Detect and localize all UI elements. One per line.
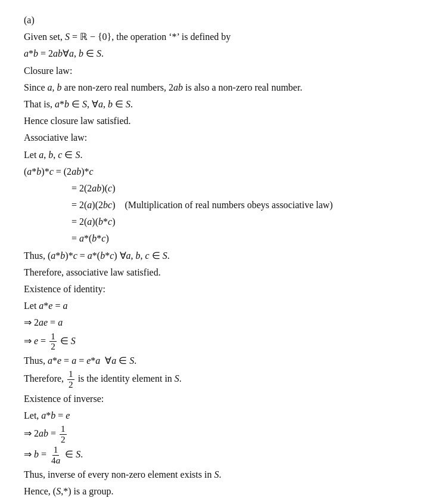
assoc-let-line: Let a, b, c ∈ S. [24,147,424,163]
conclusion: Hence, (S,*) is a group. [24,486,114,496]
identity-thus-line: Thus, a*e = a = e*a ∀a ∈ S. [24,352,424,369]
inverse-heading: Existence of inverse: [24,394,104,404]
assoc-thus: Thus, (a*b)*c = a*(b*c) ∀a, b, c ∈ S. [24,250,170,261]
inverse-let: Let, a*b = e [24,410,70,420]
assoc-result-line: Therefore, associative law satisfied. [24,264,424,280]
title: (a) [24,15,35,25]
identity-eq1: ⇒ 2ae = a [24,317,63,327]
closure-text2: That is, a*b ∈ S, ∀a, b ∈ S. [24,99,133,109]
main-content: (a) Given set, S = ℝ − {0}, the operatio… [24,12,424,498]
closure-line1: Since a, b are non-zero real numbers, 2a… [24,79,424,95]
inverse-fraction-1: 1 2 [60,424,67,444]
inverse-fraction-2: 1 4a [50,445,61,465]
intro-line: Given set, S = ℝ − {0}, the operation ‘*… [24,29,424,45]
fraction-denominator: 2 [49,342,57,352]
fraction-denominator-2: 2 [67,380,74,390]
identity-therefore-prefix: Therefore, [24,373,66,383]
identity-therefore-suffix: is the identity element in S. [78,373,182,383]
assoc-eq5: = a*(b*c) [71,233,109,243]
identity-fraction: 1 2 [49,332,57,352]
assoc-eq4: = 2(a)(b*c) [71,216,115,227]
inv-frac1-num: 1 [60,424,67,435]
identity-eq2-prefix: ⇒ e = [24,335,48,345]
assoc-eq5-line: = a*(b*c) [71,230,424,246]
closure-heading-line: Closure law: [24,63,424,79]
inverse-eq2-suffix: ∈ S. [65,449,83,459]
identity-eq1-line: ⇒ 2ae = a [24,314,424,330]
assoc-thus-line: Thus, (a*b)*c = a*(b*c) ∀a, b, c ∈ S. [24,248,424,264]
assoc-eq3: = 2(a)(2bc) (Multiplication of real numb… [71,200,333,210]
closure-result-line: Hence closure law satisfied. [24,113,424,129]
assoc-eq1: (a*b)*c = (2ab)*c [24,166,94,177]
inverse-eq2-prefix: ⇒ b = [24,449,49,459]
inverse-eq2-line: ⇒ b = 1 4a ∈ S. [24,445,424,465]
assoc-eq4-line: = 2(a)(b*c) [71,214,424,230]
identity-eq2-line: ⇒ e = 1 2 ∈ S [24,332,424,352]
fraction-numerator: 1 [49,332,57,342]
closure-result: Hence closure law satisfied. [24,116,130,126]
inverse-eq1-prefix: ⇒ 2ab = [24,428,58,438]
assoc-let: Let a, b, c ∈ S. [24,150,82,160]
inverse-thus: Thus, inverse of every non-zero element … [24,469,221,480]
assoc-eq1-line: (a*b)*c = (2ab)*c [24,163,424,180]
assoc-eq2: = 2(2ab)(c) [71,183,115,193]
assoc-result: Therefore, associative law satisfied. [24,267,161,277]
inv-frac1-den: 2 [60,435,67,445]
definition-line: a*b = 2ab∀a, b ∈ S. [24,45,424,61]
closure-heading: Closure law: [24,66,72,76]
identity-let: Let a*e = a [24,301,67,311]
identity-therefore-line: Therefore, 1 2 is the identity element i… [24,369,424,389]
identity-let-line: Let a*e = a [24,298,424,314]
inverse-let-line: Let, a*b = e [24,407,424,423]
identity-therefore-fraction: 1 2 [67,369,74,389]
inverse-heading-line: Existence of inverse: [24,391,424,407]
inverse-thus-line: Thus, inverse of every non-zero element … [24,466,424,482]
associative-heading-line: Associative law: [24,129,424,146]
assoc-eq2-line: = 2(2ab)(c) [71,180,424,196]
definition-text: a*b = 2ab∀a, b ∈ S. [24,48,104,58]
inv-frac2-den: 4a [50,456,61,466]
associative-heading: Associative law: [24,132,87,143]
inverse-eq1-line: ⇒ 2ab = 1 2 [24,424,424,444]
identity-thus: Thus, a*e = a = e*a ∀a ∈ S. [24,355,136,366]
title-line: (a) [24,12,424,28]
identity-heading-line: Existence of identity: [24,281,424,297]
inv-frac2-num: 1 [52,445,60,456]
identity-heading: Existence of identity: [24,284,105,294]
conclusion-line: Hence, (S,*) is a group. [24,483,424,498]
closure-text1: Since a, b are non-zero real numbers, 2a… [24,82,302,92]
closure-line2: That is, a*b ∈ S, ∀a, b ∈ S. [24,96,424,112]
identity-eq2-suffix: ∈ S [60,335,76,345]
intro-text: Given set, S = ℝ − {0}, the operation ‘*… [24,32,231,42]
assoc-eq3-line: = 2(a)(2bc) (Multiplication of real numb… [71,197,424,213]
fraction-numerator-2: 1 [67,369,74,380]
